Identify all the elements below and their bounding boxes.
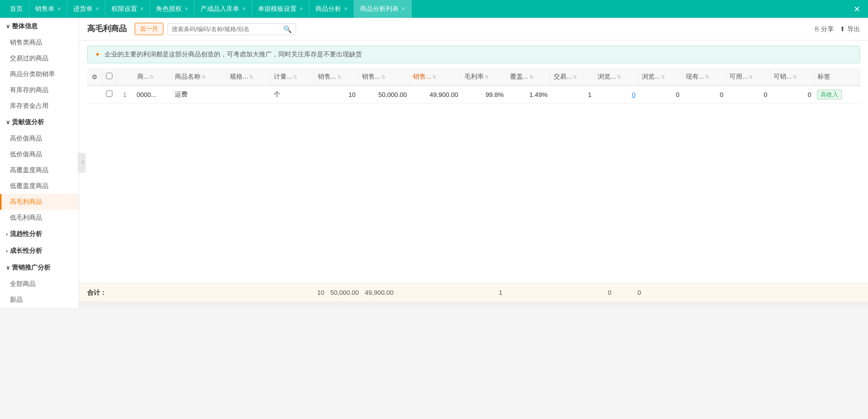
th-check[interactable] [102, 68, 116, 86]
sort-icon: ⇅ [617, 74, 621, 80]
th-trade[interactable]: 交易... ⇅ [551, 68, 595, 86]
sort-icon: ⇅ [573, 74, 577, 80]
sort-icon: ⇅ [249, 74, 253, 80]
sort-icon: ⇅ [749, 74, 753, 80]
footer-stock-cur: 0 [585, 289, 614, 296]
th-gross-margin[interactable]: 毛利率 ⇅ [461, 68, 507, 86]
sidebar-item-high-coverage[interactable]: 高覆盖度商品 [0, 162, 79, 178]
sidebar-item-low-margin[interactable]: 低毛利商品 [0, 210, 79, 226]
search-input[interactable] [172, 26, 283, 33]
export-icon: ⬆ [840, 25, 845, 33]
th-sales-profit[interactable]: 销售... ⇅ [410, 68, 461, 86]
th-unit[interactable]: 计量... ⇅ [271, 68, 315, 86]
sort-icon: ⇅ [793, 74, 797, 80]
td-stock-avail: 0 [726, 86, 770, 103]
td-num: 1 [116, 86, 134, 103]
arrow-icon: › [6, 231, 8, 237]
close-stock-in-tab[interactable]: × [242, 5, 246, 12]
sidebar-section-growth[interactable]: › 成长性分析 [0, 242, 79, 259]
th-spec[interactable]: 规格... ⇅ [227, 68, 271, 86]
footer-spacer4 [506, 289, 545, 296]
nav-tab-purchase[interactable]: 进货单 × [67, 0, 105, 18]
search-icon[interactable]: 🔍 [283, 25, 292, 33]
sidebar-item-stocked-goods[interactable]: 有库存的商品 [0, 82, 79, 98]
nav-tab-stock-in[interactable]: 产成品入库单 × [195, 0, 252, 18]
sidebar-item-low-coverage[interactable]: 低覆盖度商品 [0, 178, 79, 194]
close-template-tab[interactable]: × [300, 5, 303, 12]
sidebar-item-new-goods[interactable]: 新品 [0, 292, 79, 308]
nav-tab-auth-settings[interactable]: 权限设置 × [105, 0, 150, 18]
row-checkbox[interactable] [106, 91, 112, 97]
header-actions: ⎘ 分享 ⬆ 导出 [815, 25, 860, 34]
th-stock-sale[interactable]: 可销... ⇅ [770, 68, 815, 86]
sidebar-item-category-rate[interactable]: 商品分类助销率 [0, 66, 79, 82]
share-icon: ⎘ [815, 25, 819, 33]
th-views2[interactable]: 浏览... ⇅ [638, 68, 682, 86]
nav-tab-analysis-list[interactable]: 商品分析列表 × [354, 0, 411, 18]
sidebar: ∨ 整体信息 销售类商品 交易过的商品 商品分类助销率 有库存的商品 库存资金占… [0, 18, 79, 308]
sidebar-section-marketing[interactable]: ∨ 营销推广分析 [0, 259, 79, 276]
sidebar-item-high-value[interactable]: 高价值商品 [0, 131, 79, 146]
footer-spacer3 [436, 289, 476, 296]
sidebar-item-low-value[interactable]: 低价值商品 [0, 146, 79, 162]
td-stock-sale: 0 [770, 86, 815, 103]
horizontal-scrollbar[interactable] [79, 302, 868, 308]
sidebar-collapse-button[interactable]: 《 [78, 153, 86, 173]
footer-spacer [114, 289, 298, 296]
td-coverage: 1.49% [507, 86, 551, 103]
th-stock-cur[interactable]: 现有... ⇅ [682, 68, 726, 86]
settings-icon[interactable]: ⚙ [92, 73, 98, 81]
sidebar-item-sales-goods[interactable]: 销售类商品 [0, 35, 79, 50]
th-sales-qty[interactable]: 销售... ⇅ [314, 68, 358, 86]
close-auth-settings-tab[interactable]: × [140, 5, 144, 12]
sort-icon: ⇅ [202, 74, 205, 80]
th-stock-avail[interactable]: 可用... ⇅ [726, 68, 770, 86]
footer-spacer2 [397, 289, 436, 296]
sort-icon: ⇅ [337, 74, 341, 80]
close-sales-tab[interactable]: × [57, 5, 61, 12]
views1-link[interactable]: 0 [632, 91, 635, 98]
td-views1[interactable]: 0 [595, 86, 639, 103]
close-all-tabs-button[interactable]: ✕ [850, 4, 864, 14]
search-box: 🔍 [167, 23, 296, 35]
sidebar-section-contribution[interactable]: ∨ 贡献值分析 [0, 114, 79, 131]
close-purchase-tab[interactable]: × [96, 5, 99, 12]
th-settings[interactable]: ⚙ [87, 68, 102, 86]
select-all-checkbox[interactable] [106, 73, 112, 79]
td-gross-margin: 99.8% [461, 86, 507, 103]
nav-tab-analysis[interactable]: 商品分析 × [309, 0, 354, 18]
close-role-auth-tab[interactable]: × [185, 5, 188, 12]
footer-label: 合计： [87, 288, 106, 297]
share-button[interactable]: ⎘ 分享 [815, 25, 834, 34]
sidebar-item-all-goods[interactable]: 全部商品 [0, 276, 79, 292]
footer-spacer5 [545, 289, 585, 296]
th-code[interactable]: 商... ⇅ [134, 68, 172, 86]
sidebar-section-overall[interactable]: ∨ 整体信息 [0, 18, 79, 35]
sidebar-item-traded-goods[interactable]: 交易过的商品 [0, 50, 79, 66]
sort-icon: ⇅ [432, 74, 436, 80]
th-name[interactable]: 商品名称 ⇅ [172, 68, 227, 86]
nav-tab-sales[interactable]: 销售单 × [29, 0, 67, 18]
sidebar-item-high-margin[interactable]: 高毛利商品 [0, 194, 79, 210]
close-analysis-list-tab[interactable]: × [402, 5, 405, 12]
th-coverage[interactable]: 覆盖... ⇅ [507, 68, 551, 86]
filter-recent-month-button[interactable]: 近一月 [135, 23, 163, 35]
td-check[interactable] [102, 86, 116, 103]
top-nav: 首页 销售单 × 进货单 × 权限设置 × 角色授权 × 产成品入库单 × 单据… [0, 0, 868, 18]
info-icon: ✦ [95, 50, 101, 58]
sidebar-section-trend[interactable]: › 流趋性分析 [0, 226, 79, 242]
nav-tab-home[interactable]: 首页 [4, 0, 29, 18]
arrow-icon: ∨ [6, 265, 10, 271]
td-views2: 0 [638, 86, 682, 103]
page-title: 高毛利商品 [87, 24, 127, 34]
th-tag[interactable]: 标签 [814, 68, 860, 86]
th-views1[interactable]: 浏览... ⇅ [595, 68, 639, 86]
close-analysis-tab[interactable]: × [344, 5, 348, 12]
td-unit: 个 [271, 86, 315, 103]
th-sales-amount[interactable]: 销售... ⇅ [358, 68, 410, 86]
export-button[interactable]: ⬆ 导出 [840, 25, 860, 34]
nav-tab-template[interactable]: 单据模板设置 × [252, 0, 309, 18]
sidebar-item-stock-capital[interactable]: 库存资金占用 [0, 98, 79, 114]
nav-tab-role-auth[interactable]: 角色授权 × [150, 0, 195, 18]
td-sales-amount: 50,000.00 [358, 86, 410, 103]
